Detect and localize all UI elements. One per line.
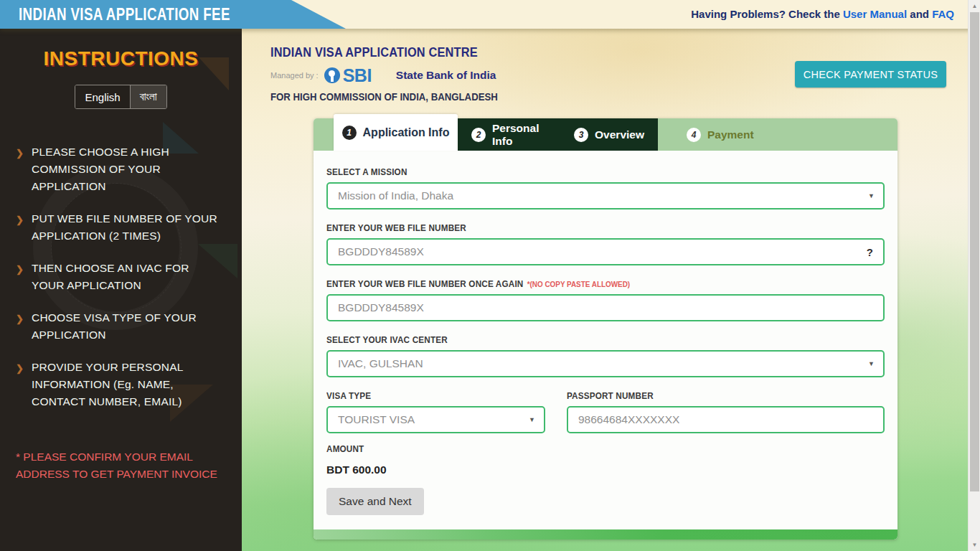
tab-bar: 1 Application Info 2 Personal Info 3 Ove… bbox=[314, 118, 897, 151]
instruction-item: ❯PLEASE CHOOSE A HIGH COMMISSION OF YOUR… bbox=[16, 143, 223, 195]
passport-input[interactable] bbox=[568, 408, 883, 432]
tab-label: Personal Info bbox=[492, 122, 547, 148]
application-form: SELECT A MISSION Mission of India, Dhaka… bbox=[314, 151, 897, 515]
page: INDIAN VISA APPLICATION FEE Having Probl… bbox=[0, 0, 980, 551]
managed-by-row: Managed by : SBI State Bank of India bbox=[270, 66, 529, 85]
tab-label: Overview bbox=[595, 128, 644, 141]
scrollbar[interactable]: ▲ ▼ bbox=[968, 0, 980, 551]
instruction-text: THEN CHOOSE AN IVAC FOR YOUR APPLICATION bbox=[32, 262, 189, 291]
tab-label: Payment bbox=[707, 128, 754, 141]
passport-label: PASSPORT NUMBER bbox=[567, 390, 654, 401]
sbi-abbr: SBI bbox=[343, 67, 372, 83]
help-text: Having Problems? Check the User Manual a… bbox=[691, 0, 954, 29]
save-and-next-button[interactable]: Save and Next bbox=[326, 488, 424, 515]
web-file-again-label-text: ENTER YOUR WEB FILE NUMBER ONCE AGAIN bbox=[326, 278, 523, 289]
web-file-again-input[interactable] bbox=[328, 296, 883, 320]
ivac-subtitle: FOR HIGH COMMISSION OF INDIA, BANGLADESH bbox=[270, 90, 498, 103]
web-file-label: ENTER YOUR WEB FILE NUMBER bbox=[326, 222, 466, 233]
help-question-icon[interactable]: ? bbox=[867, 246, 873, 258]
tab-application-info[interactable]: 1 Application Info bbox=[334, 114, 458, 151]
instruction-item: ❯PROVIDE YOUR PERSONAL INFORMATION (Eg. … bbox=[16, 359, 223, 410]
mission-select[interactable]: Mission of India, Dhaka ▼ bbox=[326, 182, 885, 209]
tab-label: Application Info bbox=[363, 126, 450, 139]
passport-input-wrap bbox=[567, 406, 885, 433]
visa-type-selected-value: TOURIST VISA bbox=[328, 413, 415, 426]
visa-type-select[interactable]: TOURIST VISA ▼ bbox=[326, 406, 545, 433]
tab-payment[interactable]: 4 Payment bbox=[678, 118, 763, 151]
chevron-right-icon: ❯ bbox=[16, 145, 24, 162]
sbi-logo-icon bbox=[324, 67, 340, 83]
main-content: INDIAN VISA APPLICATION CENTRE Managed b… bbox=[242, 29, 968, 551]
language-bangla-button[interactable]: বাংলা bbox=[130, 85, 166, 108]
web-file-input-wrap: ? bbox=[326, 238, 885, 265]
sidebar: INSTRUCTIONS English বাংলা ❯PLEASE CHOOS… bbox=[0, 29, 242, 551]
application-form-panel: 1 Application Info 2 Personal Info 3 Ove… bbox=[314, 118, 897, 540]
ivac-title: INDIAN VISA APPLICATION CENTRE bbox=[270, 44, 493, 60]
email-confirm-note: * PLEASE CONFIRM YOUR EMAIL ADDRESS TO G… bbox=[16, 448, 223, 483]
chevron-right-icon: ❯ bbox=[16, 261, 24, 278]
app-title: INDIAN VISA APPLICATION FEE bbox=[19, 0, 230, 29]
instruction-list: ❯PLEASE CHOOSE A HIGH COMMISSION OF YOUR… bbox=[16, 143, 223, 410]
visa-type-field-group: VISA TYPE TOURIST VISA ▼ bbox=[326, 389, 545, 433]
tab-personal-info[interactable]: 2 Personal Info bbox=[458, 118, 560, 151]
amount-label: AMOUNT bbox=[326, 443, 364, 454]
managed-by-label: Managed by : bbox=[270, 71, 319, 80]
instruction-text: CHOOSE VISA TYPE OF YOUR APPLICATION bbox=[32, 311, 197, 341]
ivac-select[interactable]: IVAC, GULSHAN ▼ bbox=[326, 350, 885, 377]
instruction-item: ❯CHOOSE VISA TYPE OF YOUR APPLICATION bbox=[16, 309, 223, 344]
scrollbar-thumb[interactable] bbox=[970, 12, 979, 491]
instruction-text: PLEASE CHOOSE A HIGH COMMISSION OF YOUR … bbox=[32, 146, 169, 192]
user-manual-link[interactable]: User Manual bbox=[843, 8, 907, 20]
bank-name: State Bank of India bbox=[396, 69, 496, 82]
visa-type-label: VISA TYPE bbox=[326, 390, 371, 401]
scroll-down-arrow-icon[interactable]: ▼ bbox=[969, 539, 980, 551]
tab-number-badge: 3 bbox=[574, 128, 588, 142]
mission-field-group: SELECT A MISSION Mission of India, Dhaka… bbox=[326, 165, 885, 209]
mission-selected-value: Mission of India, Dhaka bbox=[328, 189, 453, 202]
instruction-text: PUT WEB FILE NUMBER OF YOUR APPLICATION … bbox=[32, 212, 217, 242]
web-file-field-group: ENTER YOUR WEB FILE NUMBER ? bbox=[326, 221, 885, 265]
web-file-again-field-group: ENTER YOUR WEB FILE NUMBER ONCE AGAIN *(… bbox=[326, 277, 885, 321]
tab-number-badge: 1 bbox=[342, 126, 357, 140]
chevron-right-icon: ❯ bbox=[16, 360, 24, 377]
language-toggle: English বাংলা bbox=[75, 85, 166, 109]
instruction-item: ❯THEN CHOOSE AN IVAC FOR YOUR APPLICATIO… bbox=[16, 260, 223, 294]
top-header: INDIAN VISA APPLICATION FEE Having Probl… bbox=[0, 0, 980, 29]
top-header-blue-ribbon: INDIAN VISA APPLICATION FEE bbox=[0, 0, 346, 29]
scroll-up-arrow-icon[interactable]: ▲ bbox=[969, 0, 980, 12]
dropdown-arrow-icon: ▼ bbox=[868, 192, 875, 199]
panel-footer-strip bbox=[314, 529, 897, 540]
chevron-right-icon: ❯ bbox=[16, 212, 24, 229]
tab-number-badge: 4 bbox=[687, 128, 701, 142]
ivac-selected-value: IVAC, GULSHAN bbox=[328, 357, 423, 370]
ivac-label: SELECT YOUR IVAC CENTER bbox=[326, 334, 448, 345]
instruction-text: PROVIDE YOUR PERSONAL INFORMATION (Eg. N… bbox=[32, 361, 183, 408]
instructions-title: INSTRUCTIONS bbox=[0, 47, 242, 70]
tab-overview[interactable]: 3 Overview bbox=[560, 118, 658, 151]
dropdown-arrow-icon: ▼ bbox=[868, 360, 875, 367]
web-file-again-label: ENTER YOUR WEB FILE NUMBER ONCE AGAIN *(… bbox=[326, 278, 630, 289]
tab-number-badge: 2 bbox=[471, 128, 486, 142]
mission-label: SELECT A MISSION bbox=[326, 166, 407, 177]
amount-value: BDT 600.00 bbox=[326, 463, 885, 476]
help-text-prefix: Having Problems? Check the bbox=[691, 8, 843, 20]
web-file-again-input-wrap bbox=[326, 294, 885, 321]
instruction-item: ❯PUT WEB FILE NUMBER OF YOUR APPLICATION… bbox=[16, 210, 223, 245]
faq-link[interactable]: FAQ bbox=[932, 8, 954, 20]
no-copy-paste-hint: *(NO COPY PASTE ALLOWED) bbox=[527, 280, 630, 288]
visa-passport-row: VISA TYPE TOURIST VISA ▼ PASSPORT NUMBER bbox=[326, 389, 885, 433]
tab-dark-group: 2 Personal Info 3 Overview bbox=[458, 118, 658, 151]
dropdown-arrow-icon: ▼ bbox=[529, 416, 535, 423]
passport-field-group: PASSPORT NUMBER bbox=[567, 389, 885, 433]
chevron-right-icon: ❯ bbox=[16, 311, 24, 328]
check-payment-status-button[interactable]: CHECK PAYMENT STATUS bbox=[795, 61, 946, 88]
language-english-button[interactable]: English bbox=[75, 85, 129, 108]
ivac-header: INDIAN VISA APPLICATION CENTRE Managed b… bbox=[270, 44, 529, 103]
amount-field-group: AMOUNT BDT 600.00 bbox=[326, 442, 885, 476]
web-file-input[interactable] bbox=[328, 240, 883, 264]
help-text-and: and bbox=[907, 8, 932, 20]
ivac-field-group: SELECT YOUR IVAC CENTER IVAC, GULSHAN ▼ bbox=[326, 333, 885, 377]
